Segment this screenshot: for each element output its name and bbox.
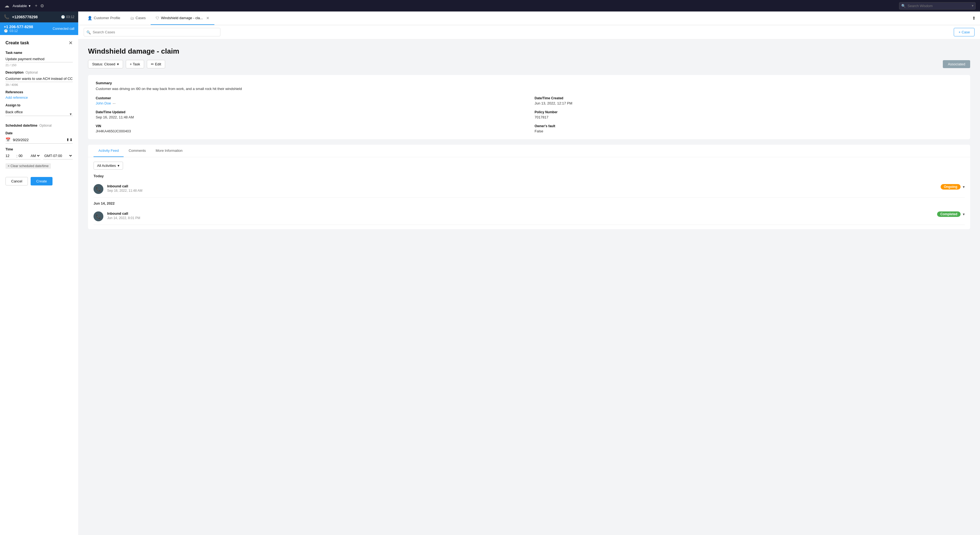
owners-fault-label: Owner's fault (535, 124, 963, 128)
settings-button[interactable]: ⚙ (40, 3, 44, 8)
new-case-button[interactable]: + Case (954, 28, 975, 37)
timezone-select[interactable]: GMT-07:00 (43, 153, 73, 158)
assign-to-label: Assign to (5, 103, 73, 107)
activity-item: 📞 Inbound call Sep 16, 2022, 11:48 AM On… (94, 181, 965, 197)
clear-schedule-button[interactable]: × Clear scheduled date/time (5, 163, 51, 169)
create-task-title: Create task (5, 40, 29, 45)
policy-label: Policy Number (535, 110, 963, 114)
activity-date-2: Jun 14, 2022, 8:01 PM (107, 216, 933, 220)
form-actions: Cancel Create (5, 174, 73, 185)
tab-windshield[interactable]: 🛡 Windshield damage - cla... ✕ (151, 11, 215, 25)
policy-value: 7017817 (535, 115, 963, 119)
activity-date: Sep 16, 2022, 11:48 AM (107, 189, 937, 193)
time-minutes-input[interactable] (19, 154, 29, 158)
all-activities-button[interactable]: All Activities ▾ (94, 162, 123, 170)
completed-badge: Completed (937, 212, 961, 217)
time-section: Time : AM PM GMT-07:00 (5, 147, 73, 159)
activity-title-2: Inbound call (107, 212, 933, 215)
ampm-select[interactable]: AM PM (30, 153, 40, 158)
activity-feed-tab[interactable]: Activity Feed (94, 145, 124, 157)
status-button[interactable]: Status: Closed ▾ (88, 60, 123, 68)
task-name-section: Task name 21 / 150 (5, 51, 73, 67)
call-number: +12065778298 (12, 15, 38, 19)
task-name-char-count: 21 / 150 (5, 64, 73, 67)
tab-customer-profile[interactable]: 👤 Customer Profile (83, 11, 125, 25)
availability-button[interactable]: Available ▾ (13, 4, 30, 8)
chevron-down-icon: ▾ (29, 4, 30, 8)
associated-button[interactable]: Associated (943, 60, 970, 68)
customer-link[interactable]: John Doe (96, 101, 111, 105)
search-input-wrap: 🔍 (84, 28, 220, 37)
create-task-header: Create task ✕ (5, 40, 73, 46)
task-name-input[interactable] (5, 56, 73, 62)
call-connected-label: Connected call (53, 27, 75, 31)
call-timer: 03:12 (66, 15, 75, 19)
date-input[interactable] (13, 138, 64, 142)
cancel-button[interactable]: Cancel (5, 177, 28, 185)
case-title: Windshield damage - claim (88, 47, 970, 56)
clock-status-icon: 🕐 (4, 29, 8, 33)
date-created-label: Date/Time Created (535, 96, 963, 100)
create-button[interactable]: Create (30, 177, 52, 185)
references-section: References Add reference (5, 90, 73, 100)
wisdom-search-container: 🔍 ▾ (899, 2, 975, 10)
edit-button[interactable]: ✏ Edit (147, 60, 165, 68)
share-button[interactable]: ⬆ (972, 16, 975, 21)
assign-to-select[interactable]: Back office (5, 108, 73, 116)
add-button[interactable]: + (35, 3, 37, 8)
comments-tab[interactable]: Comments (124, 145, 151, 157)
tab-windshield-label: Windshield damage - cla... (161, 16, 203, 20)
call-time-right: 🕐 03:12 (61, 15, 75, 19)
date-label: Date (5, 131, 73, 135)
add-reference-link[interactable]: Add reference (5, 96, 28, 100)
date-chevron-icon: ⬆⬇ (66, 138, 73, 142)
date-updated-detail: Date/Time Updated Sep 16, 2022, 11:48 AM (96, 110, 523, 119)
create-task-panel: Create task ✕ Task name 21 / 150 Descrip… (0, 35, 78, 535)
time-separator: : (16, 154, 18, 158)
activity-avatar-2: 📞 (94, 212, 103, 221)
time-row: : AM PM GMT-07:00 (5, 152, 73, 159)
top-bar-actions: + ⚙ (35, 3, 44, 8)
date-input-wrap: 📅 ⬆⬇ (5, 136, 73, 143)
expand-button-2[interactable]: ▾ (963, 212, 965, 217)
expand-button[interactable]: ▾ (963, 185, 965, 189)
clock-icon: 🕐 (61, 15, 65, 19)
description-label: Description Optional (5, 70, 73, 75)
more-info-tab[interactable]: More Information (151, 145, 187, 157)
jun14-label: Jun 14, 2022 (94, 201, 965, 205)
call-status-info: 🕐 03:12 (4, 29, 33, 33)
call-status-time: 03:12 (10, 29, 18, 33)
activity-badge-row: Ongoing ▾ (940, 184, 965, 189)
owners-fault-value: False (535, 129, 963, 133)
vin-label: VIN (96, 124, 523, 128)
main-layout: 📞 +12065778298 🕐 03:12 +1 206-577-8298 🕐… (0, 11, 980, 535)
add-task-button[interactable]: + Task (126, 60, 145, 68)
wisdom-search-icon: 🔍 (901, 4, 905, 8)
calendar-icon: 📅 (5, 137, 11, 142)
description-input[interactable] (5, 75, 73, 82)
assign-to-wrap: Back office ▾ (5, 108, 73, 120)
tab-cases[interactable]: 🗂 Cases (125, 11, 151, 25)
tab-close-button[interactable]: ✕ (206, 16, 210, 20)
date-updated-value: Sep 16, 2022, 11:48 AM (96, 115, 523, 119)
wisdom-search-input[interactable] (899, 2, 975, 10)
close-button[interactable]: ✕ (68, 40, 73, 46)
date-created-detail: Date/Time Created Jun 13, 2022, 12:17 PM (535, 96, 963, 105)
activity-info-2: Inbound call Jun 14, 2022, 8:01 PM (107, 212, 933, 220)
today-label: Today (94, 174, 965, 178)
call-header: 📞 +12065778298 🕐 03:12 (0, 11, 78, 22)
right-content: 👤 Customer Profile 🗂 Cases 🛡 Windshield … (78, 11, 980, 535)
description-char-count: 39 / 4096 (5, 83, 73, 86)
time-hours-input[interactable] (5, 154, 15, 158)
activity-tabs: Activity Feed Comments More Information (88, 145, 970, 157)
activity-badge-row-2: Completed ▾ (937, 212, 965, 217)
policy-detail: Policy Number 7017817 (535, 110, 963, 119)
vin-value: JH4KA4650JC000403 (96, 129, 523, 133)
cases-icon: 🗂 (130, 16, 134, 20)
activity-info: Inbound call Sep 16, 2022, 11:48 AM (107, 184, 937, 193)
ongoing-badge: Ongoing (940, 184, 961, 189)
search-cases-input[interactable] (84, 28, 220, 37)
cloud-icon: ☁ (5, 3, 9, 9)
case-content: Windshield damage - claim Status: Closed… (78, 40, 980, 535)
search-icon: 🔍 (86, 30, 91, 34)
